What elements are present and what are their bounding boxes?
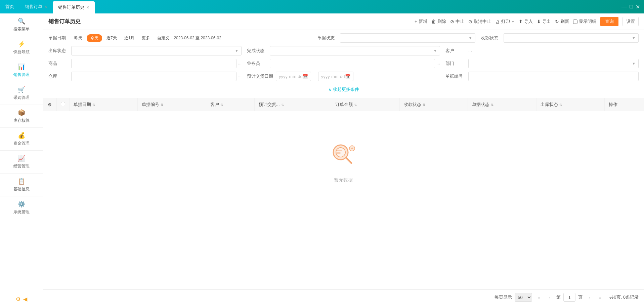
payment-status-arrow-icon: ▼ <box>632 36 636 40</box>
delete-button[interactable]: 🗑 删除 <box>431 18 446 25</box>
import-icon: ⬆ <box>519 19 523 24</box>
filter-row-2: 出库状态 ▼ 完成状态 ▼ 客户 ··· <box>48 46 639 55</box>
table-settings-th[interactable]: ⚙ <box>43 98 56 111</box>
filter-warehouse-item: 仓库 ··· <box>48 72 242 81</box>
filter-complete-status-item: 完成状态 ▼ <box>247 46 440 55</box>
bill-status-select[interactable]: ▼ <box>340 33 475 43</box>
date-last1m-btn[interactable]: 近1月 <box>121 34 138 42</box>
date-yesterday-btn[interactable]: 昨天 <box>71 34 85 42</box>
sidebar-item-purchase[interactable]: 🛒 采购管理 <box>0 82 43 105</box>
goods-input[interactable] <box>71 59 237 68</box>
sidebar-item-sales-label: 销售管理 <box>13 72 30 78</box>
bill-no-input[interactable] <box>468 72 639 81</box>
table-bill-status-th[interactable]: 单据状态 ⇅ <box>468 98 536 111</box>
date-last7-btn[interactable]: 近7天 <box>103 34 120 42</box>
dept-select[interactable]: ▼ <box>468 59 639 68</box>
delivery-status-label: 出库状态 <box>48 48 69 54</box>
sidebar-item-finance[interactable]: 💰 资金管理 <box>0 128 43 151</box>
sidebar-settings-btn[interactable]: ⚙ <box>16 296 20 302</box>
next-page-btn[interactable]: › <box>585 293 593 301</box>
date-today-btn[interactable]: 今天 <box>87 34 102 42</box>
sidebar-item-operations[interactable]: 📈 经营管理 <box>0 151 43 174</box>
warehouse-input[interactable] <box>71 72 237 81</box>
bill-status-col-label: 单据状态 <box>472 102 489 108</box>
calendar-start-icon[interactable]: 📅 <box>303 74 308 79</box>
calendar-end-icon[interactable]: 📅 <box>345 74 350 79</box>
export-label: 导出 <box>542 18 551 25</box>
sidebar-item-quick-nav[interactable]: ⚡ 快捷导航 <box>0 36 43 59</box>
date-more-btn[interactable]: 更多 <box>139 34 153 42</box>
add-label: 新增 <box>419 18 427 25</box>
bill-no-filter-label: 单据编号 <box>445 73 466 79</box>
print-icon: 🖨 <box>495 19 500 24</box>
select-all-checkbox[interactable] <box>61 102 65 106</box>
expected-delivery-start-input[interactable]: yyyy-mm-dd 📅 <box>276 72 311 81</box>
table-delivery-status-th[interactable]: 出库状态 ⇅ <box>536 98 605 111</box>
tab-home[interactable]: 首页 <box>0 0 19 13</box>
table-date-th[interactable]: 单据日期 ⇅ <box>69 98 138 111</box>
table-gear-icon[interactable]: ⚙ <box>48 102 52 107</box>
goods-dots[interactable]: ··· <box>238 61 242 66</box>
table-amount-th[interactable]: 订单金额 ⇅ <box>331 98 400 111</box>
delivery-status-sort-icon: ⇅ <box>559 103 562 107</box>
customer-dots[interactable]: ··· <box>468 48 472 53</box>
minimize-btn[interactable]: — <box>621 4 627 10</box>
print-arrow-icon: ▼ <box>511 20 515 24</box>
settings-label: 设置 <box>626 18 635 25</box>
tab-sales-order-close[interactable]: ✕ <box>44 5 47 9</box>
query-button[interactable]: 查询 <box>600 17 618 26</box>
close-btn[interactable]: ✕ <box>636 4 640 10</box>
last-page-btn[interactable]: » <box>596 293 604 301</box>
tab-sales-order-history-close[interactable]: ✕ <box>86 5 89 10</box>
page-title: 销售订单历史 <box>48 18 415 25</box>
cancel-stop-button[interactable]: ⊙ 取消中止 <box>468 18 491 25</box>
import-button[interactable]: ⬆ 导入 <box>519 18 533 25</box>
table-customer-th[interactable]: 客户 ⇅ <box>206 98 254 111</box>
system-icon: ⚙️ <box>18 200 25 208</box>
main-layout: 🔍 搜索菜单 ⚡ 快捷导航 📊 销售管理 🛒 采购管理 📦 库存核算 💰 资金管… <box>0 13 644 305</box>
sidebar-item-sales[interactable]: 📊 销售管理 <box>0 59 43 82</box>
export-button[interactable]: ⬇ 导出 <box>537 18 551 25</box>
salesman-input[interactable] <box>270 59 435 68</box>
print-button[interactable]: 🖨 打印 ▼ <box>495 18 515 25</box>
date-custom-btn[interactable]: 自定义 <box>154 34 172 42</box>
delivery-status-arrow-icon: ▼ <box>235 49 239 53</box>
sidebar-item-system[interactable]: ⚙️ 系统管理 <box>0 196 43 219</box>
delivery-status-select[interactable]: ▼ <box>71 46 242 55</box>
warehouse-dots[interactable]: ··· <box>238 74 242 79</box>
sidebar-item-search-menu[interactable]: 🔍 搜索菜单 <box>0 13 43 36</box>
cancel-stop-label: 取消中止 <box>474 18 491 25</box>
settings-button[interactable]: 设置 <box>622 17 639 26</box>
page-input[interactable] <box>563 293 575 302</box>
sidebar-item-inventory[interactable]: 📦 库存核算 <box>0 105 43 128</box>
salesman-dots[interactable]: ··· <box>436 61 440 66</box>
base-info-icon: 📋 <box>18 178 25 185</box>
first-page-btn[interactable]: « <box>535 293 543 301</box>
stop-icon: ⊘ <box>450 19 454 24</box>
sidebar-item-base-info[interactable]: 📋 基础信息 <box>0 174 43 196</box>
complete-status-select[interactable]: ▼ <box>270 46 440 55</box>
refresh-button[interactable]: ↻ 刷新 <box>555 18 569 25</box>
per-page-select[interactable]: 50 10 20 100 <box>515 293 532 302</box>
filter-salesman-item: 业务员 ··· <box>247 59 440 68</box>
table-expected-delivery-th[interactable]: 预计交货... ⇅ <box>254 98 331 111</box>
table-no-th[interactable]: 单据编号 ⇅ <box>138 98 206 111</box>
customer-col-label: 客户 <box>210 102 219 108</box>
expected-delivery-end-input[interactable]: yyyy-mm-dd 📅 <box>318 72 353 81</box>
collapse-filters-btn[interactable]: ∧ 收起更多条件 <box>48 84 639 94</box>
table-payment-status-th[interactable]: 收款状态 ⇅ <box>399 98 468 111</box>
filter-row-3: 商品 ··· 业务员 ··· 部门 <box>48 59 639 68</box>
payment-status-select[interactable]: ▼ <box>504 33 639 43</box>
display-detail-checkbox[interactable] <box>573 20 577 24</box>
expected-delivery-filter-control: yyyy-mm-dd 📅 — yyyy-mm-dd 📅 <box>276 72 353 81</box>
tab-sales-order[interactable]: 销售订单 ✕ <box>19 0 53 13</box>
stop-button[interactable]: ⊘ 中止 <box>450 18 464 25</box>
display-detail-checkbox-label[interactable]: 显示明细 <box>573 18 596 25</box>
prev-page-btn[interactable]: ‹ <box>546 293 554 301</box>
sidebar-collapse-btn[interactable]: ◀ <box>23 296 27 302</box>
tab-sales-order-history[interactable]: 销售订单历史 ✕ <box>53 1 95 13</box>
add-button[interactable]: + 新增 <box>415 18 427 25</box>
refresh-icon: ↻ <box>555 19 559 24</box>
print-label: 打印 <box>501 18 510 25</box>
maximize-btn[interactable]: □ <box>630 4 633 10</box>
